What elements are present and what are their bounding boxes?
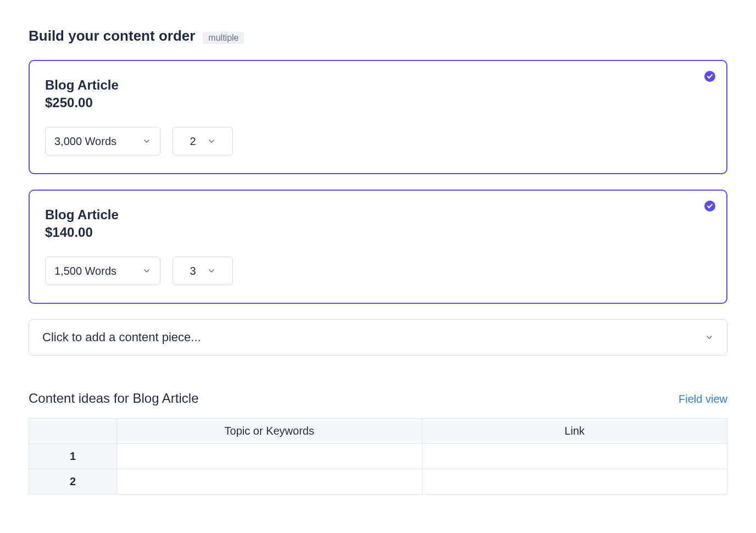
ideas-table: Topic or Keywords Link 1 2 [29,418,727,495]
link-cell[interactable] [422,444,727,469]
words-value: 1,500 Words [54,265,116,277]
ideas-title: Content ideas for Blog Article [29,391,199,406]
table-row: 1 [29,444,727,469]
check-icon [704,201,715,212]
order-card: Blog Article $250.00 3,000 Words 2 [29,60,727,174]
chevron-down-icon [142,266,151,275]
chevron-down-icon [207,266,216,275]
check-icon [704,71,715,82]
row-number: 2 [29,469,117,495]
order-title: Blog Article [45,207,711,223]
table-header-blank [29,419,117,444]
add-content-piece-label: Click to add a content piece... [42,330,201,345]
words-dropdown[interactable]: 1,500 Words [45,257,160,285]
quantity-value: 2 [190,135,196,148]
table-header-topic: Topic or Keywords [117,419,423,444]
order-price: $250.00 [45,95,711,110]
chevron-down-icon [142,137,151,146]
topic-cell[interactable] [117,469,423,495]
add-content-piece-button[interactable]: Click to add a content piece... [29,319,727,356]
page-title: Build your content order [29,27,195,45]
quantity-dropdown[interactable]: 2 [173,127,233,156]
mode-badge: multiple [203,32,244,44]
row-number: 1 [29,444,117,469]
words-value: 3,000 Words [54,135,116,148]
topic-cell[interactable] [117,444,423,469]
chevron-down-icon [705,333,714,342]
table-row: 2 [29,469,727,495]
quantity-value: 3 [190,265,196,277]
page-header: Build your content order multiple [29,27,727,45]
link-cell[interactable] [422,469,727,495]
table-header-link: Link [422,419,727,444]
ideas-header: Content ideas for Blog Article Field vie… [29,391,727,406]
field-view-link[interactable]: Field view [679,393,727,406]
order-price: $140.00 [45,225,711,240]
order-title: Blog Article [45,77,711,93]
quantity-dropdown[interactable]: 3 [173,257,233,285]
chevron-down-icon [207,137,216,146]
words-dropdown[interactable]: 3,000 Words [45,127,160,156]
order-card: Blog Article $140.00 1,500 Words 3 [29,190,727,304]
